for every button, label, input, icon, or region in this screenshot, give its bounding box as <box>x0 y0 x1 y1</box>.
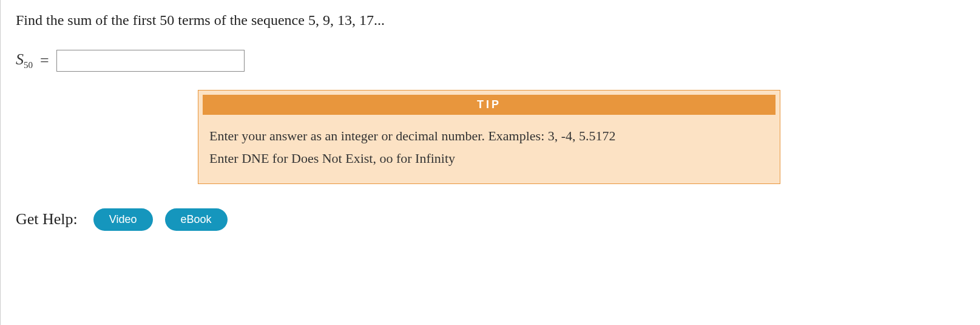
help-row: Get Help: Video eBook <box>16 208 965 231</box>
help-label: Get Help: <box>16 210 78 228</box>
answer-label-base: S <box>16 50 24 68</box>
answer-row: S50 = <box>16 50 965 72</box>
equals-sign: = <box>40 52 49 70</box>
video-button[interactable]: Video <box>93 208 153 231</box>
tip-line-2: Enter DNE for Does Not Exist, oo for Inf… <box>209 147 769 169</box>
tip-box: TIP Enter your answer as an integer or d… <box>198 90 780 184</box>
answer-label-sub: 50 <box>24 61 33 70</box>
ebook-button[interactable]: eBook <box>165 208 228 231</box>
tip-line-1: Enter your answer as an integer or decim… <box>209 125 769 147</box>
tip-body: Enter your answer as an integer or decim… <box>198 121 780 183</box>
answer-input[interactable] <box>56 50 245 72</box>
answer-label: S50 <box>16 50 33 70</box>
tip-header: TIP <box>203 95 776 115</box>
question-text: Find the sum of the first 50 terms of th… <box>16 12 965 29</box>
